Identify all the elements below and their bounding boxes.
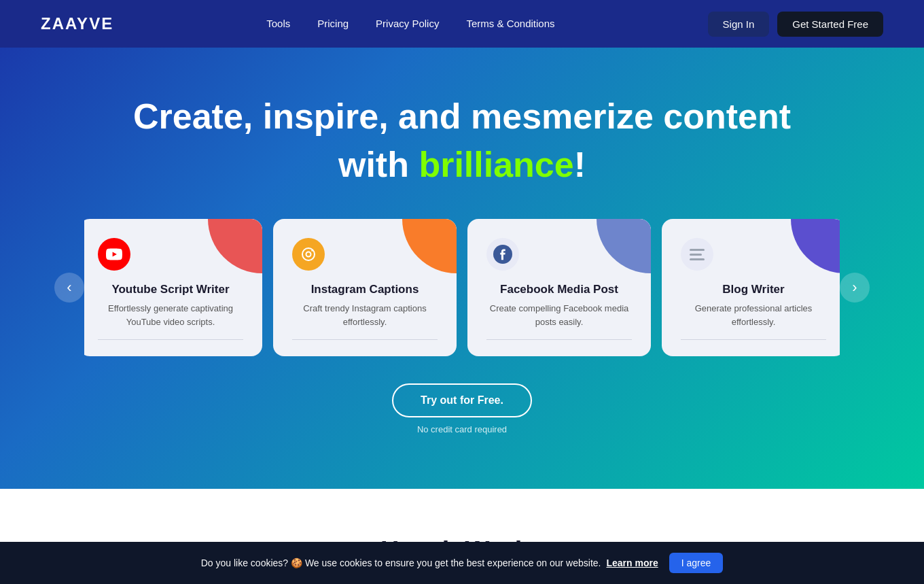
card-blog-desc: Generate professional articles effortles… [681,302,826,328]
youtube-icon [98,238,130,271]
nav-link-terms[interactable]: Terms & Conditions [466,18,554,29]
card-youtube-title: Youtube Script Writer [98,283,243,296]
card-corner-youtube [208,219,262,273]
card-corner-instagram [402,219,457,273]
cookie-banner: Do you like cookies? 🍪 We use cookies to… [0,542,924,584]
nav-link-pricing[interactable]: Pricing [317,18,349,29]
card-youtube: Youtube Script Writer Effortlessly gener… [84,219,262,356]
no-credit-text: No credit card required [417,424,507,434]
blog-line-1 [690,249,705,251]
cookie-learn-more[interactable]: Learn more [606,557,658,568]
card-corner-blog [791,219,840,273]
card-facebook-desc: Create compelling Facebook media posts e… [486,302,632,328]
try-free-button[interactable]: Try out for Free. [392,383,532,417]
card-blog: Blog Writer Generate professional articl… [662,219,840,356]
svg-point-2 [311,250,313,252]
carousel-prev-button[interactable]: ‹ [54,273,84,303]
facebook-icon [486,238,519,271]
logo-text: ZAAYVE [41,14,113,33]
card-blog-title: Blog Writer [681,283,826,296]
blog-line-2 [690,254,702,256]
nav-links: Tools Pricing Privacy Policy Terms & Con… [266,18,554,30]
hero-title-line2: with brilliance! [41,144,883,185]
hero-exclaim: ! [574,145,586,184]
blog-icon [681,238,713,271]
hero-section: Create, inspire, and mesmerize content w… [0,48,924,489]
hero-cta: Try out for Free. No credit card require… [41,383,883,434]
card-youtube-divider [98,339,243,340]
instagram-icon [292,238,325,271]
card-facebook: Facebook Media Post Create compelling Fa… [467,219,651,356]
svg-point-1 [306,252,311,257]
carousel-next-button[interactable]: › [840,273,870,303]
card-instagram: Instagram Captions Craft trendy Instagra… [273,219,457,356]
card-instagram-divider [292,339,438,340]
card-instagram-desc: Craft trendy Instagram captions effortle… [292,302,438,328]
cookie-text: Do you like cookies? 🍪 We use cookies to… [201,557,601,568]
card-blog-divider [681,339,826,340]
navbar: ZAAYVE Tools Pricing Privacy Policy Term… [0,0,924,48]
card-facebook-title: Facebook Media Post [486,283,632,296]
hero-brilliance: brilliance [419,145,573,184]
getstarted-button[interactable]: Get Started Free [777,12,883,37]
cards-carousel: ‹ Youtube Script Writer Effortlessly gen… [54,219,870,356]
nav-link-privacy[interactable]: Privacy Policy [376,18,439,29]
nav-link-tools[interactable]: Tools [266,18,290,29]
card-instagram-title: Instagram Captions [292,283,438,296]
cards-wrapper: Youtube Script Writer Effortlessly gener… [84,219,840,356]
card-facebook-divider [486,339,632,340]
card-corner-facebook [597,219,651,273]
hero-with: with [338,145,419,184]
card-youtube-desc: Effortlessly generate captivating YouTub… [98,302,243,328]
hero-title-line1: Create, inspire, and mesmerize content [41,95,883,137]
logo: ZAAYVE [41,14,113,33]
blog-line-3 [690,258,705,260]
cookie-agree-button[interactable]: I agree [669,553,724,573]
signin-button[interactable]: Sign In [708,12,770,37]
nav-actions: Sign In Get Started Free [708,12,883,37]
blog-lines-icon [690,249,705,260]
